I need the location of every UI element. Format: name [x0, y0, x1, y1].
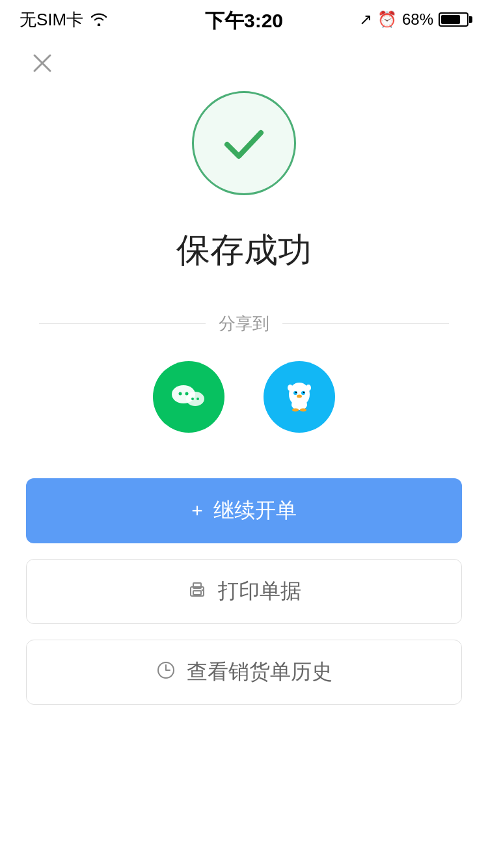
svg-point-7 [197, 398, 199, 400]
svg-point-12 [295, 392, 297, 393]
battery-text: 68% [402, 10, 433, 29]
wifi-icon [90, 13, 108, 26]
svg-point-14 [297, 395, 302, 398]
actions-container: + 继续开单 打印单据 查看销货单历史 [0, 478, 488, 705]
share-label: 分享到 [206, 312, 282, 335]
success-circle [192, 91, 296, 195]
alarm-icon: ⏰ [377, 10, 397, 29]
svg-point-4 [179, 392, 182, 395]
svg-point-13 [303, 392, 305, 393]
svg-point-17 [292, 409, 299, 412]
status-left: 无SIM卡 [20, 8, 108, 31]
continue-button[interactable]: + 继续开单 [26, 478, 462, 543]
status-time: 下午3:20 [205, 8, 283, 34]
print-label: 打印单据 [218, 577, 301, 606]
svg-point-18 [300, 409, 306, 412]
location-icon: ↗ [359, 10, 372, 29]
divider-left [39, 323, 206, 324]
success-title: 保存成功 [176, 228, 312, 273]
status-bar: 无SIM卡 下午3:20 ↗ ⏰ 68% [0, 0, 488, 39]
plus-icon: + [191, 500, 203, 522]
svg-rect-21 [193, 591, 201, 595]
share-icons-container [153, 361, 335, 433]
share-wechat-button[interactable] [153, 361, 224, 433]
svg-point-6 [191, 398, 194, 400]
close-button[interactable] [26, 47, 59, 79]
carrier-text: 无SIM卡 [20, 8, 83, 31]
print-icon [187, 579, 208, 604]
history-icon [156, 660, 176, 685]
svg-point-15 [288, 385, 293, 391]
svg-point-16 [306, 385, 311, 391]
svg-point-5 [185, 392, 189, 395]
share-divider: 分享到 [0, 312, 488, 335]
svg-point-11 [301, 391, 305, 395]
checkmark-icon [218, 117, 270, 169]
share-qq-button[interactable] [264, 361, 335, 433]
qq-icon [278, 376, 320, 418]
svg-point-22 [202, 589, 204, 591]
wechat-icon [169, 379, 208, 415]
battery-icon [439, 12, 468, 27]
close-icon [32, 53, 53, 74]
svg-point-10 [293, 391, 297, 395]
status-right: ↗ ⏰ 68% [359, 10, 468, 29]
main-content: 保存成功 分享到 [0, 39, 488, 705]
continue-label: 继续开单 [213, 496, 297, 525]
svg-point-9 [291, 400, 307, 410]
divider-right [282, 323, 449, 324]
history-button[interactable]: 查看销货单历史 [26, 640, 462, 705]
print-button[interactable]: 打印单据 [26, 559, 462, 624]
svg-point-3 [186, 392, 204, 406]
history-label: 查看销货单历史 [187, 658, 332, 686]
